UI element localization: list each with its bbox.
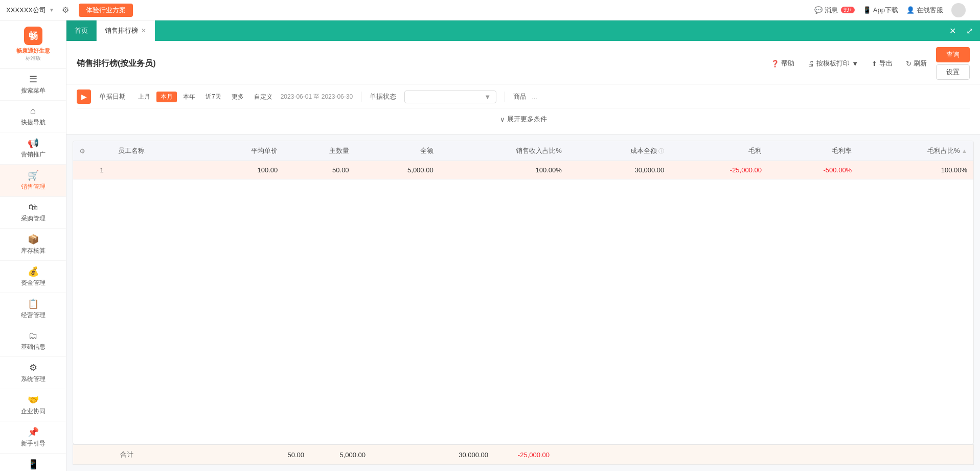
filter-toggle-icon: ▶: [81, 93, 87, 101]
system-icon: ⚙: [29, 362, 37, 373]
sidebar-item-search-order[interactable]: ☰ 搜索菜单: [0, 69, 66, 101]
filter-divider-2: [505, 92, 505, 102]
tab-close-icon[interactable]: ✕: [141, 27, 146, 34]
sidebar-item-quick-nav[interactable]: ⌂ 快捷导航: [0, 101, 66, 132]
print-chevron-icon: ▼: [852, 60, 858, 68]
print-icon: 🖨: [808, 60, 814, 68]
message-badge: 99+: [841, 7, 855, 13]
filter-toggle-button[interactable]: ▶: [77, 89, 91, 104]
message-button[interactable]: 💬 消息 99+: [814, 6, 855, 15]
service-icon: 👤: [906, 6, 915, 14]
sidebar-item-enterprise-collab[interactable]: 🤝 企业协同: [0, 389, 66, 421]
sidebar-item-finance[interactable]: 💰 资金管理: [0, 261, 66, 293]
col-sales-ratio: 销售收入占比%: [440, 141, 568, 161]
online-service-button[interactable]: 👤 在线客服: [906, 6, 943, 15]
col-gross-ratio: 毛利占比% ▲: [858, 141, 973, 161]
sidebar-item-system[interactable]: ⚙ 系统管理: [0, 357, 66, 389]
tab-sales-ranking[interactable]: 销售排行榜 ✕: [97, 20, 155, 41]
sidebar-item-new-guide[interactable]: 📌 新手引导: [0, 421, 66, 454]
tab-home[interactable]: 首页: [66, 20, 97, 41]
date-tabs: 上月 本月 本年 近7天 更多 自定义 2023-06-01 至 2023-06…: [134, 92, 353, 102]
industry-button[interactable]: 体验行业方案: [79, 4, 133, 17]
sidebar-item-operations[interactable]: 📋 经营管理: [0, 293, 66, 325]
sidebar-label-marketing: 营销推广: [21, 150, 45, 159]
tab-bar: 首页 销售排行榜 ✕ ✕ ⤢: [66, 20, 980, 41]
sidebar-item-basic-info[interactable]: 🗂 基础信息: [0, 325, 66, 357]
row-amount-cell: 5,000.00: [355, 161, 440, 180]
row-quantity-cell: 50.00: [284, 161, 355, 180]
date-tab-this-month[interactable]: 本月: [156, 92, 177, 102]
top-right-area: 💬 消息 99+ 📱 App下载 👤 在线客服: [814, 3, 974, 17]
date-label: 单据日期: [99, 92, 126, 101]
export-button[interactable]: ⬆ 导出: [868, 57, 897, 70]
sidebar-label-sales: 销售管理: [21, 183, 45, 191]
finance-icon: 💰: [28, 266, 39, 277]
status-label: 单据状态: [370, 92, 396, 101]
refresh-icon: ↻: [906, 60, 911, 68]
refresh-button[interactable]: ↻ 刷新: [902, 57, 931, 70]
logo-sub: 标准版: [26, 55, 41, 62]
app-icon: 📱: [863, 6, 871, 14]
expand-button[interactable]: ∨ 展开更多条件: [492, 111, 555, 127]
filter-row: ▶ 单据日期 上月 本月 本年 近7天 更多 自定义 2023-06-01 至 …: [77, 89, 970, 104]
quick-nav-icon: ⌂: [30, 106, 36, 117]
date-tab-this-year[interactable]: 本年: [179, 92, 199, 102]
sidebar-item-sales[interactable]: 🛒 销售管理: [0, 165, 66, 197]
sidebar-label-quick-nav: 快捷导航: [21, 118, 45, 127]
col-gross-rate: 毛利率: [768, 141, 858, 161]
row-rank-cell: 1: [92, 161, 112, 180]
tab-home-label: 首页: [75, 26, 88, 35]
company-selector[interactable]: XXXXXX公司 ▼: [6, 6, 54, 15]
query-button[interactable]: 查询: [936, 47, 970, 62]
sidebar-item-marketing[interactable]: 📢 营销推广: [0, 132, 66, 165]
top-bar: XXXXXX公司 ▼ ⚙ 体验行业方案 💬 消息 99+ 📱 App下载 👤 在…: [0, 0, 980, 20]
tab-maximize-button[interactable]: ⤢: [963, 25, 976, 37]
table-footer: 合计 50.00 5,000.00 30,000.00 -25,000.00: [73, 444, 974, 465]
sidebar-item-inventory[interactable]: 📦 库存核算: [0, 229, 66, 261]
help-icon: ❓: [771, 60, 779, 68]
date-tab-last-month[interactable]: 上月: [134, 92, 154, 102]
sidebar-label-purchase: 采购管理: [21, 214, 45, 223]
operations-icon: 📋: [28, 298, 39, 309]
footer-gross-val: -25,000.00: [488, 451, 550, 459]
enterprise-collab-icon: 🤝: [28, 394, 39, 406]
tab-bar-right: ✕ ⤢: [946, 25, 980, 37]
sidebar-label-new-guide: 新手引导: [21, 439, 45, 448]
footer-amount-val: 5,000.00: [304, 451, 366, 459]
row-avg-price-cell: 100.00: [198, 161, 284, 180]
goods-label: 商品: [513, 92, 527, 101]
company-name: XXXXXX公司: [6, 6, 46, 15]
col-amount: 全额: [355, 141, 440, 161]
row-cost-cell: 30,000.00: [568, 161, 670, 180]
row-settings-cell: [73, 161, 92, 180]
tab-close-window-button[interactable]: ✕: [946, 25, 959, 37]
avatar[interactable]: [951, 3, 966, 17]
search-order-icon: ☰: [29, 74, 37, 85]
sidebar: 畅 畅康通好生意 标准版 ☰ 搜索菜单 ⌂ 快捷导航 📢 营销推广 🛒 销售管理…: [0, 20, 66, 471]
help-button[interactable]: ❓ 帮助: [767, 57, 799, 70]
date-tab-more[interactable]: 更多: [227, 92, 248, 102]
sidebar-label-inventory: 库存核算: [21, 246, 45, 255]
sidebar-item-purchase[interactable]: 🛍 采购管理: [0, 197, 66, 229]
table-area: ⚙ 员工名称 平均单价 主数量 全额 销售收入占比% 成本全额 ⓘ 毛利 毛利率…: [73, 141, 974, 444]
settings-button[interactable]: 设置: [936, 64, 970, 80]
sidebar-item-app-center[interactable]: 📱 应用中心: [0, 454, 66, 471]
footer-quantity-val: 50.00: [253, 451, 304, 459]
status-select[interactable]: ▼: [404, 91, 496, 103]
new-guide-icon: 📌: [28, 427, 39, 438]
row-gross-ratio-cell: 100.00%: [858, 161, 973, 180]
sidebar-label-operations: 经营管理: [21, 311, 45, 320]
purchase-icon: 🛍: [29, 202, 38, 213]
date-range: 2023-06-01 至 2023-06-30: [281, 93, 353, 101]
sidebar-label-enterprise-collab: 企业协同: [21, 407, 45, 416]
tab-sales-ranking-label: 销售排行榜: [105, 26, 138, 35]
date-tab-7days[interactable]: 近7天: [201, 92, 225, 102]
page-header: 销售排行榜(按业务员) ❓ 帮助 🖨 按模板打印 ▼ ⬆ 导出: [66, 41, 980, 84]
main-layout: 畅 畅康通好生意 标准版 ☰ 搜索菜单 ⌂ 快捷导航 📢 营销推广 🛒 销售管理…: [0, 20, 980, 471]
print-button[interactable]: 🖨 按模板打印 ▼: [804, 57, 862, 70]
settings-icon[interactable]: ⚙: [58, 3, 73, 17]
app-download-button[interactable]: 📱 App下载: [863, 6, 898, 15]
goods-filter: 商品 ...: [513, 92, 537, 101]
date-tab-custom[interactable]: 自定义: [250, 92, 277, 102]
col-settings[interactable]: ⚙: [73, 141, 92, 161]
